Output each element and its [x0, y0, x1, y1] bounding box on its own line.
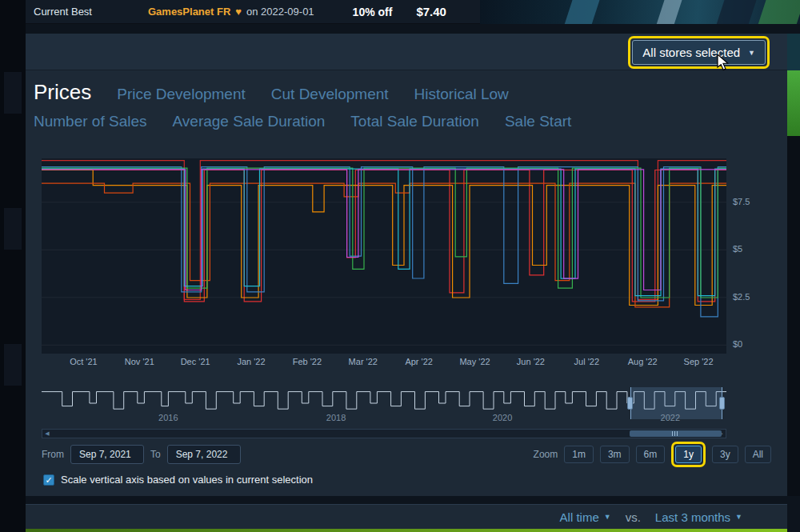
scrollbar-thumb[interactable]	[630, 430, 721, 437]
from-label: From	[42, 449, 64, 460]
last-3-months-select[interactable]: Last 3 months ▼	[655, 510, 742, 524]
y-axis-tick-label: $5	[733, 244, 742, 254]
all-time-select[interactable]: All time ▼	[560, 510, 611, 524]
background-left-strip	[0, 0, 26, 532]
mouse-cursor	[717, 54, 730, 72]
artwork-shape	[654, 0, 684, 24]
tab-total-sale-duration[interactable]: Total Sale Duration	[350, 113, 479, 130]
scrollbar-left-arrow-icon[interactable]: ◀	[42, 430, 52, 438]
y-axis-tick-label: $2.5	[733, 292, 750, 302]
price-tracker-page: Current Best GamesPlanet FR ♥ on 2022-09…	[0, 0, 800, 532]
x-axis-tick-label: Jul '22	[574, 357, 599, 366]
x-axis-tick-label: Jan '22	[237, 357, 265, 366]
zoom-1m-button[interactable]: 1m	[564, 446, 594, 463]
best-price-value: $7.40	[416, 5, 446, 18]
current-best-bar: Current Best GamesPlanet FR ♥ on 2022-09…	[26, 0, 800, 24]
scale-axis-label: Scale vertical axis based on values in c…	[61, 474, 313, 486]
zoom-6m-button[interactable]: 6m	[636, 446, 666, 463]
background-page-strip	[26, 529, 787, 532]
background-thumbnail	[4, 72, 22, 114]
tab-price-development[interactable]: Price Development	[117, 86, 246, 103]
navigator-year-label: 2018	[326, 413, 346, 422]
chart-tabs: Prices Price Development Cut Development…	[34, 80, 779, 130]
navigator-year-label: 2022	[661, 413, 680, 422]
navigator-year-label: 2016	[158, 413, 178, 422]
tab-historical-low[interactable]: Historical Low	[414, 86, 509, 103]
from-date-input[interactable]	[70, 445, 144, 464]
zoom-controls: Zoom 1m 3m 6m 1y 3y All	[534, 446, 771, 463]
panel-header: All stores selected ▼	[26, 34, 787, 70]
background-right-sliver	[787, 34, 800, 496]
comparison-footer: All time ▼ vs. Last 3 months ▼	[26, 504, 787, 529]
x-axis-tick-label: Feb '22	[293, 357, 322, 366]
zoom-1y-button[interactable]: 1y	[675, 446, 702, 463]
x-axis-labels: Oct '21Nov '21Dec '21Jan '22Feb '22Mar '…	[42, 357, 726, 370]
navigator-year-label: 2020	[493, 413, 512, 422]
heart-icon: ♥	[235, 6, 242, 18]
navigator-handle-right[interactable]	[719, 397, 725, 410]
chart-scrollbar[interactable]: ◀ ▶	[42, 429, 726, 438]
x-axis-tick-label: Aug '22	[628, 357, 658, 366]
x-axis-tick-label: Oct '21	[70, 357, 98, 366]
y-axis-tick-label: $7.5	[733, 197, 750, 206]
artwork-shape	[714, 0, 758, 24]
background-thumbnail	[4, 208, 22, 250]
tab-number-of-sales[interactable]: Number of Sales	[34, 113, 147, 130]
chevron-down-icon: ▼	[604, 513, 611, 521]
x-axis-tick-label: Jun '22	[517, 357, 545, 366]
discount-badge: 10% off	[353, 6, 393, 18]
artwork-shape	[756, 0, 800, 24]
zoom-3y-button[interactable]: 3y	[712, 446, 738, 463]
zoom-all-button[interactable]: All	[745, 446, 771, 463]
all-time-label: All time	[560, 510, 599, 524]
tab-row-2: Number of Sales Average Sale Duration To…	[34, 113, 779, 130]
range-controls: From To Zoom 1m 3m 6m 1y 3y All	[42, 445, 771, 464]
vs-label: vs.	[626, 510, 641, 524]
x-axis-tick-label: Dec '21	[181, 357, 210, 366]
current-best-store-group: GamesPlanet FR ♥ on 2022-09-01	[148, 6, 314, 18]
y-axis-tick-label: $0	[733, 339, 742, 349]
tab-cut-development[interactable]: Cut Development	[271, 86, 389, 103]
tab-prices[interactable]: Prices	[34, 80, 91, 105]
background-thumbnail	[4, 344, 22, 386]
navigator-svg	[42, 387, 726, 419]
x-axis-tick-label: May '22	[459, 357, 490, 366]
prices-panel: All stores selected ▼ Prices Price Devel…	[26, 34, 787, 496]
x-axis-tick-label: Sep '22	[684, 357, 714, 366]
scrollbar-grip-icon	[672, 431, 679, 436]
y-axis-labels: $7.5$5$2.5$0	[730, 158, 781, 354]
x-axis-tick-label: Mar '22	[349, 357, 378, 366]
chevron-down-icon: ▼	[748, 49, 755, 57]
game-artwork-image	[480, 0, 800, 24]
artwork-shape	[562, 0, 602, 24]
to-date-input[interactable]	[167, 445, 241, 464]
annotation-highlight-1y: 1y	[671, 442, 706, 467]
navigator-handle-left[interactable]	[627, 397, 633, 410]
annotation-highlight-dropdown: All stores selected ▼	[628, 36, 770, 69]
to-label: To	[150, 449, 161, 460]
zoom-3m-button[interactable]: 3m	[600, 446, 630, 463]
current-best-date: on 2022-09-01	[246, 6, 314, 18]
tab-average-sale-duration[interactable]: Average Sale Duration	[173, 113, 326, 130]
background-artwork-green	[787, 70, 800, 136]
background-artwork-teal	[787, 34, 800, 70]
price-chart-svg	[42, 158, 726, 354]
range-navigator[interactable]: 2016201820202022	[42, 387, 726, 422]
store-name-link[interactable]: GamesPlanet FR	[148, 6, 230, 18]
stores-dropdown[interactable]: All stores selected ▼	[632, 40, 766, 65]
price-chart-plot[interactable]	[42, 158, 726, 354]
date-range-controls: From To	[42, 445, 241, 464]
chevron-down-icon: ▼	[735, 513, 742, 521]
last-3-months-label: Last 3 months	[655, 510, 730, 524]
x-axis-tick-label: Apr '22	[405, 357, 433, 366]
zoom-label: Zoom	[534, 449, 558, 460]
current-best-label: Current Best	[34, 6, 92, 18]
scale-axis-checkbox[interactable]: ✓	[43, 474, 54, 486]
tab-row-1: Prices Price Development Cut Development…	[34, 80, 779, 105]
scale-axis-option: ✓ Scale vertical axis based on values in…	[43, 474, 313, 486]
tab-sale-start[interactable]: Sale Start	[505, 113, 571, 130]
x-axis-tick-label: Nov '21	[125, 357, 154, 366]
